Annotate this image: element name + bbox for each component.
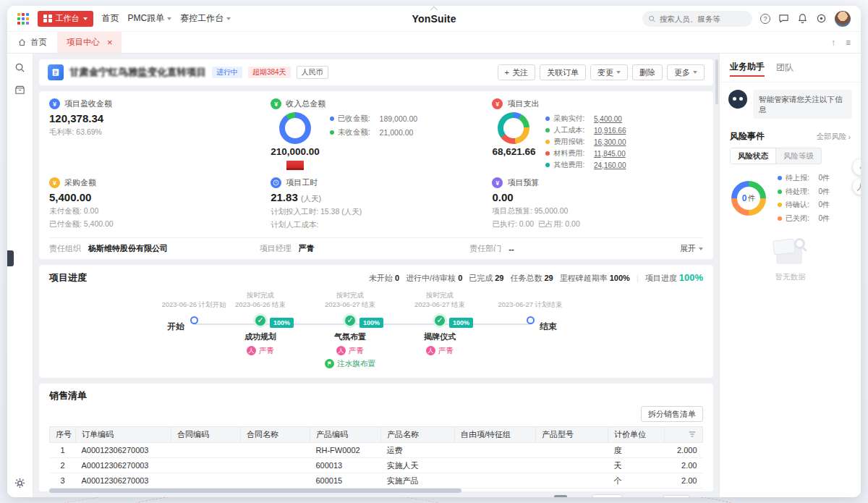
milestone-node[interactable]: 按时完成 2023-06-27 结束 ✓ 100% 气氛布置 人严青 注水旗布置 — [299, 290, 401, 369]
page-size-select[interactable]: 20 — [592, 494, 622, 497]
chevron-right-icon: › — [848, 132, 851, 141]
table-row[interactable]: 1A00012306270003RH-FW0002运费度2.000 — [50, 443, 703, 458]
all-risks-link[interactable]: 全部风险› — [817, 132, 851, 142]
milestone-name: 揭牌仪式 — [389, 331, 490, 342]
metric-budget: ¥项目预算 0.00 项目总预算: 95,000.00 已执行: 0.00 已占… — [492, 177, 703, 230]
tab-list-icon[interactable]: ≡ — [846, 38, 851, 48]
metric-expense: ¥项目支出 68,621.66 采购实付: 5,400.00 人工成本: 10,… — [492, 98, 703, 170]
col-product-code: 产品编码 — [310, 427, 381, 443]
expense-legend-item[interactable]: 人工成本: 10,916.66 — [545, 125, 626, 135]
more-button[interactable]: 更多 — [667, 64, 705, 80]
size-unit-label: 条 — [628, 496, 636, 498]
responsible-org: 杨斯维特股份有限公司 — [88, 243, 168, 254]
settings-gear-icon[interactable] — [14, 478, 25, 489]
expense-legend-item[interactable]: 费用报销: 16,300.00 — [545, 137, 626, 147]
sort-filter-icon[interactable] — [688, 430, 697, 439]
milestone-timeline: 2023-06-26 计划开始 开始 按时完成 2023-06-26 结束 ✓ … — [49, 290, 703, 371]
collapse-panel-icon[interactable]: ‹ — [853, 159, 861, 175]
global-search[interactable] — [642, 11, 752, 27]
expand-button[interactable]: 展开 — [680, 243, 703, 254]
end-label: 结束 — [540, 321, 557, 333]
expense-total: 68,621.66 — [492, 146, 535, 157]
follow-button[interactable]: +关注 — [498, 64, 535, 80]
expense-legend-item[interactable]: 材料费用: 11,845.00 — [545, 148, 626, 158]
close-icon[interactable]: × — [107, 38, 113, 47]
search-input[interactable] — [660, 14, 746, 23]
first-page-icon[interactable]: « — [535, 496, 540, 497]
expense-yuan-icon: ¥ — [492, 98, 503, 109]
project-header-card: 甘肃金宁红鸟雅盐变化直转项目 进行中 超期384天 人民币 +关注 关联订单 变… — [39, 59, 713, 85]
delete-button[interactable]: 删除 — [632, 64, 663, 80]
related-order-button[interactable]: 关联订单 — [540, 64, 586, 80]
worktime-value: 21.83 (人天) — [271, 191, 492, 204]
sales-table: 序号 订单编码 合同编码 合同名称 产品编码 产品名称 自由项/特征组 产品型号… — [49, 426, 703, 489]
milestone-name: 成功规划 — [210, 331, 311, 342]
help-icon[interactable]: ? — [760, 14, 770, 24]
tab-home[interactable]: 首页 — [7, 32, 58, 53]
toggle-risk-status[interactable]: 风险状态 — [731, 148, 776, 164]
table-header-row: 序号 订单编码 合同编码 合同名称 产品编码 产品名称 自由项/特征组 产品型号… — [50, 427, 703, 443]
empty-illustration — [773, 238, 808, 267]
sidebar-archive-icon[interactable] — [14, 85, 25, 96]
profit-margin: 毛利率: 63.69% — [49, 127, 271, 138]
project-doc-icon — [48, 64, 64, 80]
expense-legend-item[interactable]: 采购实付: 5,400.00 — [545, 114, 626, 124]
table-row[interactable]: 2A00012306270003600013实施人天天2.00 — [50, 458, 703, 473]
notification-bell-icon[interactable] — [797, 13, 808, 24]
profit-value: 120,378.34 — [49, 112, 271, 124]
chat-icon[interactable] — [778, 13, 789, 24]
milestone-name: 气氛布置 — [299, 331, 401, 342]
clock-icon — [271, 177, 281, 188]
col-contract-code: 合同编码 — [171, 427, 241, 443]
milestone-subtask[interactable]: 注水旗布置 — [299, 359, 401, 369]
tab-business-assistant[interactable]: 业务助手 — [730, 61, 765, 77]
change-button[interactable]: 变更 — [590, 64, 628, 80]
nav-item-pmc[interactable]: PMC跟单 — [128, 12, 172, 25]
milestone-status: 按时完成 — [210, 290, 311, 300]
user-avatar[interactable] — [835, 11, 851, 27]
sidebar-search-icon[interactable] — [14, 62, 25, 73]
start-dot-icon — [190, 316, 198, 324]
logo: YonSuite — [412, 7, 456, 25]
progress-title: 项目进度 — [49, 271, 87, 284]
worktime-planned-cost: 计划人工成本: — [271, 220, 492, 230]
expense-legend: 采购实付: 5,400.00 人工成本: 10,916.66 费用报销: 16,… — [545, 112, 626, 170]
purchase-value: 5,400.00 — [49, 191, 271, 203]
vertical-scrollbar[interactable] — [715, 59, 718, 104]
milestone-date: 2023-06-27 结束 — [299, 300, 401, 309]
assistant-ball-icon[interactable]: 人 — [853, 179, 861, 195]
app-launcher-icon[interactable] — [17, 13, 29, 25]
tab-team[interactable]: 团队 — [776, 62, 793, 76]
logo-text: YonSuite — [412, 12, 456, 25]
integration-ring-icon[interactable] — [816, 13, 827, 24]
content-area: 甘肃金宁红鸟雅盐变化直转项目 进行中 超期384天 人民币 +关注 关联订单 变… — [33, 54, 719, 497]
person-icon: 人 — [247, 346, 256, 355]
current-page[interactable]: 1 — [554, 495, 567, 497]
left-icon-rail — [7, 54, 33, 497]
nav-item-home[interactable]: 首页 — [102, 12, 119, 25]
workspace-button[interactable]: 工作台 — [38, 11, 93, 27]
start-label: 开始 — [167, 321, 184, 333]
split-sales-button[interactable]: 拆分销售清单 — [641, 406, 703, 422]
prev-page-icon[interactable]: ‹ — [545, 496, 548, 497]
toggle-risk-level[interactable]: 风险等级 — [776, 148, 821, 164]
milestone-node[interactable]: 按时完成 2023-06-26 结束 ✓ 100% 成功规划 人严青 — [210, 290, 311, 356]
profit-yuan-icon: ¥ — [49, 98, 60, 109]
left-drawer-handle[interactable] — [7, 250, 14, 266]
jump-page-input[interactable] — [663, 495, 689, 497]
table-row[interactable]: 3A00012306270003600015实施产品个2.00 — [50, 473, 703, 489]
project-manager: 严青 — [299, 243, 315, 254]
metric-purchase: ¥采购金额 5,400.00 未付金额: 0.00 已付金额: 5,400.00 — [49, 177, 271, 230]
tab-project-center[interactable]: 项目中心 × — [58, 32, 122, 53]
last-page-icon[interactable]: » — [582, 496, 587, 497]
floating-edge-buttons: ‹ 人 — [853, 159, 861, 195]
expense-legend-item[interactable]: 其他费用: 24,160.00 — [545, 160, 626, 170]
collapse-up-icon[interactable]: ↑ — [831, 38, 835, 48]
next-page-icon[interactable]: › — [573, 496, 576, 497]
overdue-badge: 超期384天 — [248, 67, 291, 78]
horizontal-scrollbar-thumb[interactable] — [49, 489, 461, 493]
milestone-status: 按时完成 — [299, 290, 401, 300]
nav-item-race-workbench[interactable]: 赛控工作台 — [180, 12, 231, 25]
milestone-node[interactable]: 按时完成 2023-06-27 结束 ✓ 100% 揭牌仪式 人严青 — [389, 290, 490, 356]
app-window: 工作台 首页 PMC跟单 赛控工作台 YonSuite ? — [7, 6, 861, 497]
